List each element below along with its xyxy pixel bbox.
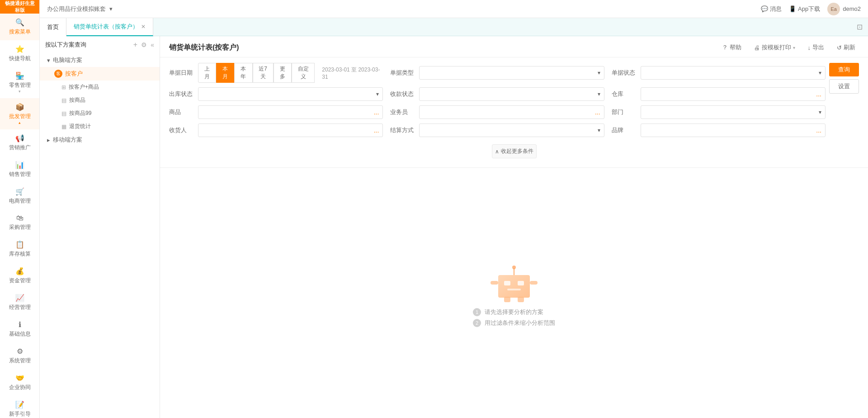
sidebar-item-system[interactable]: ⚙ 系统管理 xyxy=(0,342,39,369)
query-button[interactable]: 查询 xyxy=(829,63,859,76)
consignee-select[interactable]: ... xyxy=(198,124,383,137)
settlement-select[interactable]: ▾ xyxy=(419,124,604,137)
tree-sub-item-label: 按商品 xyxy=(69,96,85,104)
bill-status-select[interactable]: ▾ xyxy=(641,66,826,80)
tab-expand-button[interactable]: ⊡ xyxy=(851,23,868,31)
out-status-chevron: ▾ xyxy=(376,91,379,97)
star-icon: ⭐ xyxy=(15,45,24,53)
print-dropdown-icon: ▾ xyxy=(793,45,795,50)
tree-item-by-goods99[interactable]: ▤ 按商品99 xyxy=(40,107,160,120)
top-header: 办公用品行业模拟账套 ▾ 💬 消息 📱 App下载 Ea demo2 xyxy=(40,0,868,18)
tree-item-customer-goods[interactable]: ⊞ 按客户+商品 xyxy=(40,81,160,94)
sidebar-item-finance[interactable]: 💰 资金管理 xyxy=(0,262,39,289)
sidebar-item-basic[interactable]: ℹ 基础信息 xyxy=(0,316,39,342)
sidebar-item-sales[interactable]: 📊 销售管理 xyxy=(0,156,39,183)
receipt-status-chevron: ▾ xyxy=(598,91,600,97)
help-icon: ？ xyxy=(722,43,728,52)
left-panel-actions: + ⚙ « xyxy=(133,41,154,49)
date-btn-lastmonth[interactable]: 上月 xyxy=(198,63,216,83)
collapse-label: 收起更多条件 xyxy=(501,147,533,155)
collapse-panel-button[interactable]: « xyxy=(151,41,154,48)
tree-sub-item-label: 按商品99 xyxy=(69,109,91,117)
settings-button[interactable]: 设置 xyxy=(829,79,859,94)
empty-illustration xyxy=(487,259,541,304)
sidebar-item-marketing[interactable]: 📢 营销推广 xyxy=(0,129,39,156)
tree-item-return-stats[interactable]: ▦ 退货统计 xyxy=(40,120,160,133)
sidebar-item-purchase[interactable]: 🛍 采购管理 xyxy=(0,209,39,236)
app-download-label: App下载 xyxy=(798,5,820,13)
sidebar-item-inventory[interactable]: 📋 库存核算 xyxy=(0,236,39,262)
avatar-text: Ea xyxy=(831,6,837,12)
tree-group-mobile-label: 移动端方案 xyxy=(53,136,82,144)
export-icon: ↓ xyxy=(808,44,811,51)
help-button[interactable]: ？ 帮助 xyxy=(718,42,745,53)
tree-item-by-goods[interactable]: ▤ 按商品 xyxy=(40,94,160,107)
out-status-select[interactable]: ▾ xyxy=(198,87,383,101)
tree-group-mobile-header[interactable]: ▸ 移动端方案 xyxy=(40,133,160,147)
collapse-conditions-button[interactable]: ∧ 收起更多条件 xyxy=(492,144,537,158)
date-btn-more[interactable]: 更多 xyxy=(274,63,292,83)
sidebar-item-label: 基础信息 xyxy=(9,330,31,338)
sidebar-item-newguide[interactable]: 📝 新手引导 xyxy=(0,396,39,418)
message-action[interactable]: 💬 消息 xyxy=(761,5,782,13)
cart-icon: 🛒 xyxy=(15,187,24,196)
refresh-button[interactable]: ↺ 刷新 xyxy=(833,42,859,53)
bill-type-select[interactable]: ▾ xyxy=(419,66,604,80)
salesman-ellipsis[interactable]: ... xyxy=(595,109,600,116)
tab-home[interactable]: 首页 xyxy=(40,18,66,36)
sidebar-item-retail[interactable]: 🏪 零售管理 ▾ xyxy=(0,67,39,98)
app-logo-text: 畅捷通好生意 xyxy=(5,0,35,7)
tip-text-2: 用过滤条件来缩小分析范围 xyxy=(485,319,555,327)
consignee-ellipsis[interactable]: ... xyxy=(374,127,379,134)
goods-ellipsis[interactable]: ... xyxy=(374,109,379,116)
page-title: 销货单统计表(按客户) xyxy=(169,43,239,52)
salesman-select[interactable]: ... xyxy=(419,105,604,119)
shopping-icon: 🛍 xyxy=(16,214,24,222)
sidebar-item-operation[interactable]: 📈 经营管理 xyxy=(0,289,39,316)
search-icon: 🔍 xyxy=(15,18,24,27)
receipt-status-select[interactable]: ▾ xyxy=(419,87,604,101)
date-btn-7days[interactable]: 近7天 xyxy=(253,63,274,83)
warehouse-ellipsis[interactable]: ... xyxy=(816,90,821,98)
tree-group-desktop-header[interactable]: ▾ 电脑端方案 xyxy=(40,53,160,67)
brand-select[interactable]: ... xyxy=(641,124,826,137)
sidebar-item-wholesale[interactable]: 📦 批发管理 ▴ xyxy=(0,98,39,129)
box-icon: 📦 xyxy=(15,103,24,111)
add-scheme-button[interactable]: + xyxy=(133,41,137,49)
tab-close-icon[interactable]: ✕ xyxy=(141,24,146,30)
date-btn-thismonth[interactable]: 本月 xyxy=(216,63,234,83)
brand-ellipsis[interactable]: ... xyxy=(816,127,821,134)
tab-sales-stats[interactable]: 销货单统计表（按客户） ✕ xyxy=(66,18,153,36)
dept-select[interactable]: ▾ xyxy=(641,105,826,119)
left-panel: 按以下方案查询 + ⚙ « ▾ 电脑端方案 客 按客户 xyxy=(40,36,160,418)
workspace-selector[interactable]: 办公用品行业模拟账套 ▾ xyxy=(47,5,113,13)
goods-select[interactable]: ... xyxy=(198,105,383,119)
sidebar-item-quicknav[interactable]: ⭐ 快捷导航 xyxy=(0,40,39,67)
trend-icon: 📈 xyxy=(15,294,24,302)
app-download-action[interactable]: 📱 App下载 xyxy=(789,5,820,13)
clipboard-icon: 📋 xyxy=(15,240,24,249)
app-subtitle: 标版 xyxy=(15,7,25,14)
salesman-label: 业务员 xyxy=(390,108,415,116)
left-panel-title: 按以下方案查询 xyxy=(45,41,86,49)
date-btn-custom[interactable]: 自定义 xyxy=(292,63,315,83)
tree-item-by-customer[interactable]: 客 按客户 xyxy=(40,67,160,81)
customer-icon: 客 xyxy=(54,70,62,78)
warehouse-select[interactable]: ... xyxy=(641,87,826,101)
filter-row-1: 单据日期 上月 本月 本年 近7天 更多 自定义 2023-03-01 至 20… xyxy=(169,63,826,83)
user-profile[interactable]: Ea demo2 xyxy=(827,3,861,15)
export-button[interactable]: ↓ 导出 xyxy=(804,42,828,53)
template-print-button[interactable]: 🖨 按模板打印 ▾ xyxy=(750,42,799,53)
out-status-label: 出库状态 xyxy=(169,90,194,98)
settings-scheme-button[interactable]: ⚙ xyxy=(141,41,147,48)
sidebar-item-label: 资金管理 xyxy=(9,277,31,285)
handshake-icon: 🤝 xyxy=(15,374,24,382)
chevron-down-icon: ▾ xyxy=(19,89,21,94)
sidebar-item-collab[interactable]: 🤝 企业协同 xyxy=(0,369,39,396)
sidebar-item-label: 营销推广 xyxy=(9,144,31,152)
tab-home-label: 首页 xyxy=(47,23,59,31)
date-btn-thisyear[interactable]: 本年 xyxy=(234,63,252,83)
sidebar-item-ecommerce[interactable]: 🛒 电商管理 xyxy=(0,183,39,209)
sidebar: 畅捷通好生意 标版 🔍 搜索菜单 ⭐ 快捷导航 🏪 零售管理 ▾ 📦 批发管理 … xyxy=(0,0,40,418)
sidebar-item-search[interactable]: 🔍 搜索菜单 xyxy=(0,14,39,40)
